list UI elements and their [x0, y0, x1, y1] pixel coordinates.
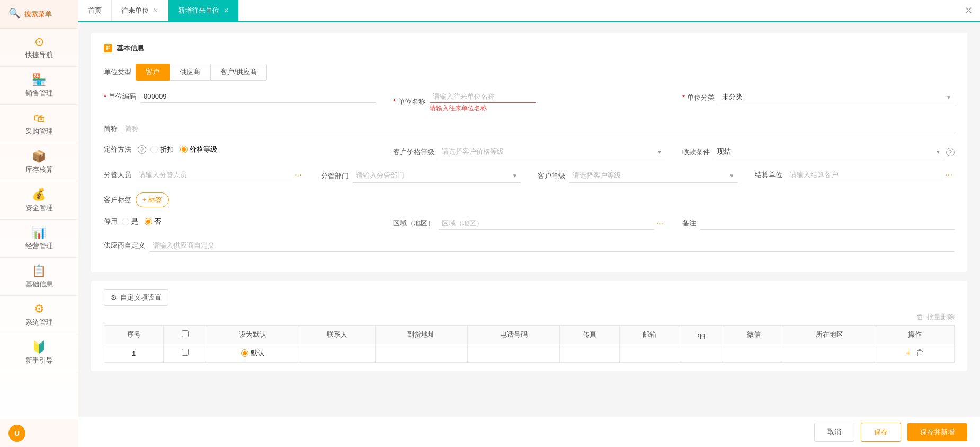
short-name-label: 简称 — [104, 124, 118, 134]
tab-new-partner-close[interactable]: ✕ — [224, 7, 229, 14]
short-name-row: 简称 — [104, 122, 955, 135]
batch-delete-icon: 🗑 — [916, 313, 923, 321]
unit-type-both-btn[interactable]: 客户/供应商 — [210, 64, 267, 81]
payment-terms-select[interactable]: 现结 ▼ — [714, 145, 944, 159]
region-group: 区域（地区） ··· — [393, 217, 665, 230]
region-input[interactable] — [439, 217, 654, 230]
tab-new-partner[interactable]: 新增往来单位 ✕ — [168, 0, 239, 21]
col-phone: 电话号码 — [468, 326, 560, 344]
col-address: 到货地址 — [375, 326, 467, 344]
unit-code-input[interactable] — [140, 90, 376, 103]
col-location: 所在地区 — [783, 326, 876, 344]
sidebar-item-sales[interactable]: 🏪 销售管理 — [0, 67, 78, 105]
unit-category-label: 单位分类 — [687, 93, 715, 102]
unit-category-group: * 单位分类 未分类 ▼ — [682, 90, 955, 104]
customer-level-select[interactable]: 请选择客户等级 ▼ — [569, 169, 738, 183]
discount-radio-circle — [150, 146, 158, 153]
pricing-radio-discount[interactable]: 折扣 — [150, 145, 174, 154]
unit-name-wrap: 请输入往来单位名称 — [430, 90, 665, 113]
sidebar-item-system[interactable]: ⚙ 系统管理 — [0, 296, 78, 334]
unit-type-supplier-btn[interactable]: 供应商 — [170, 64, 210, 81]
payment-terms-help-icon[interactable]: ? — [946, 148, 955, 156]
short-name-group: 简称 — [104, 122, 955, 135]
sidebar-item-operation[interactable]: 📊 经营管理 — [0, 220, 78, 258]
manager-input[interactable] — [136, 169, 292, 181]
settlement-unit-group: 结算单位 ··· — [755, 169, 955, 181]
customer-price-level-group: 客户价格等级 请选择客户价格等级 ▼ — [393, 145, 665, 159]
tab-home[interactable]: 首页 — [78, 0, 112, 21]
batch-delete-label[interactable]: 批量删除 — [927, 313, 955, 321]
save-new-button[interactable]: 保存并新增 — [907, 423, 967, 441]
save-button[interactable]: 保存 — [861, 423, 901, 442]
row-checkbox[interactable] — [182, 349, 189, 356]
disabled-yes[interactable]: 是 — [122, 217, 138, 226]
add-tag-button[interactable]: + 标签 — [136, 192, 169, 207]
unit-category-select[interactable]: 未分类 ▼ — [719, 90, 955, 104]
delete-row-btn[interactable]: 🗑 — [914, 348, 926, 358]
customer-price-level-select[interactable]: 请选择客户价格等级 ▼ — [439, 145, 665, 159]
manager-dots-btn[interactable]: ··· — [292, 170, 304, 180]
disabled-no[interactable]: 否 — [145, 217, 161, 226]
row-check — [164, 344, 207, 363]
sidebar-item-search[interactable]: 🔍 搜索菜单 — [0, 0, 78, 29]
department-group: 分管部门 请输入分管部门 ▼ — [321, 169, 521, 183]
sidebar-item-guide[interactable]: 🔰 新手引导 — [0, 334, 78, 372]
unit-category-value: 未分类 — [722, 92, 944, 102]
sidebar-item-basic-label: 基础信息 — [25, 279, 53, 289]
sidebar-item-quick-nav[interactable]: ⊙ 快捷导航 — [0, 29, 78, 67]
short-name-input[interactable] — [122, 122, 955, 135]
tab-partner[interactable]: 往来单位 ✕ — [112, 0, 168, 21]
payment-terms-label: 收款条件 — [682, 147, 710, 157]
contact-table: 序号 设为默认 联系人 到货地址 电话号码 传真 邮箱 qq 微信 所在地区 操… — [104, 325, 955, 363]
customer-level-label: 客户等级 — [538, 171, 565, 181]
customer-tag-label: 客户标签 — [104, 195, 131, 205]
pricing-method-label: 定价方法 — [104, 145, 131, 154]
sidebar-item-purchase-label: 采购管理 — [25, 127, 53, 136]
department-arrow: ▼ — [512, 173, 518, 179]
customer-level-arrow: ▼ — [729, 173, 735, 179]
remark-input[interactable] — [700, 217, 955, 230]
customer-tag-group: 客户标签 + 标签 — [104, 192, 955, 207]
unit-type-buttons: 客户 供应商 客户/供应商 — [136, 64, 267, 81]
row-default-radio[interactable]: 默认 — [212, 348, 293, 358]
row-phone — [468, 344, 560, 363]
unit-name-group: * 单位名称 请输入往来单位名称 — [393, 90, 665, 113]
row-default-radio-circle — [241, 349, 248, 357]
col-wechat: 微信 — [724, 326, 783, 344]
sidebar-item-inventory[interactable]: 📦 库存核算 — [0, 143, 78, 181]
pricing-help-icon[interactable]: ? — [138, 145, 146, 154]
sidebar-item-purchase[interactable]: 🛍 采购管理 — [0, 105, 78, 143]
purchase-icon: 🛍 — [33, 111, 45, 125]
table-row: 1 默认 — [104, 344, 955, 363]
settlement-unit-dots-btn[interactable]: ··· — [943, 170, 955, 180]
sidebar-item-inventory-label: 库存核算 — [25, 165, 53, 174]
unit-type-group: 单位类型 客户 供应商 客户/供应商 — [104, 64, 955, 81]
pricing-radio-price-level[interactable]: 价格等级 — [180, 145, 217, 154]
unit-name-input[interactable] — [430, 90, 536, 103]
sales-icon: 🏪 — [32, 73, 46, 87]
region-dots-btn[interactable]: ··· — [654, 218, 665, 228]
sidebar-item-finance-label: 资金管理 — [25, 203, 53, 213]
sidebar-item-finance[interactable]: 💰 资金管理 — [0, 181, 78, 220]
customer-price-level-arrow: ▼ — [657, 149, 662, 155]
manager-label: 分管人员 — [104, 170, 131, 180]
cancel-button[interactable]: 取消 — [814, 423, 854, 442]
manager-row: 分管人员 ··· 分管部门 请输入分管部门 ▼ 客户等级 — [104, 169, 955, 183]
select-all-checkbox[interactable] — [182, 330, 189, 337]
basic-icon: 📋 — [32, 264, 46, 278]
custom-settings-button[interactable]: ⚙ 自定义项设置 — [104, 289, 168, 306]
unit-type-customer-btn[interactable]: 客户 — [136, 64, 170, 81]
window-close-button[interactable]: ✕ — [957, 5, 980, 16]
sidebar-item-basic[interactable]: 📋 基础信息 — [0, 258, 78, 296]
main: 首页 往来单位 ✕ 新增往来单位 ✕ ✕ F 基本信息 单位类型 客户 — [78, 0, 980, 447]
row-default: 默认 — [207, 344, 299, 363]
department-select[interactable]: 请输入分管部门 ▼ — [353, 169, 521, 183]
supplier-custom-input[interactable] — [149, 239, 955, 252]
pricing-radio-group: 折扣 价格等级 — [150, 145, 217, 154]
unit-code-group: * 单位编码 — [104, 90, 376, 103]
add-row-btn[interactable]: + — [904, 348, 912, 358]
payment-terms-value: 现结 — [717, 147, 933, 156]
row-qq — [679, 344, 724, 363]
settlement-unit-input[interactable] — [787, 169, 943, 181]
tab-partner-close[interactable]: ✕ — [153, 7, 158, 14]
